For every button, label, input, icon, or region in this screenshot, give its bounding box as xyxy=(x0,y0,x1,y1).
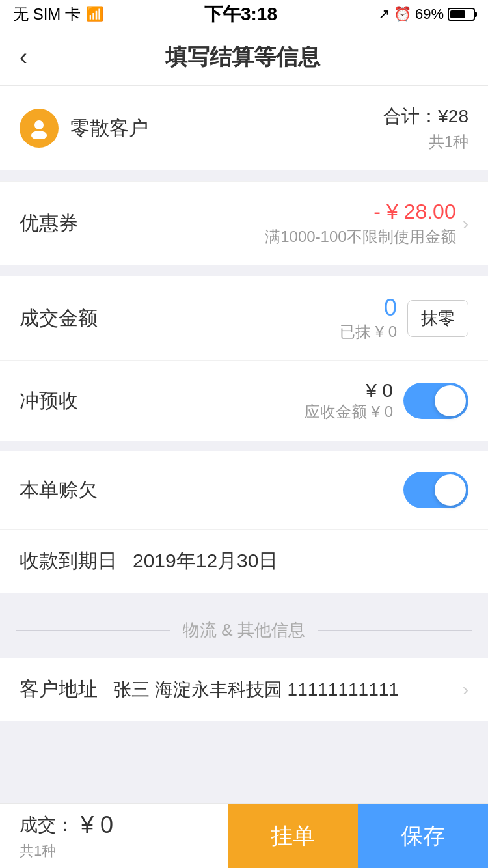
debt-section: 本单赊欠 收款到期日 2019年12月30日 xyxy=(0,451,488,593)
section-separator-1 xyxy=(0,265,488,276)
advance-label: 冲预收 xyxy=(20,388,78,414)
sim-label: 无 SIM 卡 xyxy=(13,4,81,25)
logistics-divider-section: 物流 & 其他信息 xyxy=(0,603,488,657)
advance-receivable: 应收金额 ¥ 0 xyxy=(305,401,393,422)
bottom-deal-label: 成交： xyxy=(20,813,74,837)
bottom-bar: 成交： ¥ 0 共1种 挂单 保存 xyxy=(0,803,488,868)
logistics-divider-left xyxy=(16,630,170,631)
total-amount: 合计：¥28 xyxy=(383,104,468,129)
duedate-row: 收款到期日 2019年12月30日 xyxy=(0,529,488,593)
toggle-knob xyxy=(435,385,466,416)
deal-amount-section: 成交金额 已抹 ¥ 0 抹零 冲预收 ¥ 0 应收金额 ¥ 0 xyxy=(0,276,488,441)
pending-button[interactable]: 挂单 xyxy=(228,804,358,869)
bottom-count: 共1种 xyxy=(20,841,208,861)
customer-total: 合计：¥28 共1种 xyxy=(383,104,468,152)
deal-amount-col: 已抹 ¥ 0 xyxy=(105,294,397,342)
advance-toggle[interactable] xyxy=(403,383,468,419)
status-left: 无 SIM 卡 📶 xyxy=(13,4,103,25)
save-button[interactable]: 保存 xyxy=(358,804,488,869)
debt-row: 本单赊欠 xyxy=(0,451,488,529)
alarm-icon: ⏰ xyxy=(394,6,411,23)
deal-amount-row: 成交金额 已抹 ¥ 0 抹零 xyxy=(0,276,488,361)
deal-amount-right: 已抹 ¥ 0 抹零 xyxy=(105,294,468,342)
deal-amount-input[interactable] xyxy=(105,294,397,321)
advance-amount: ¥ 0 xyxy=(305,379,393,401)
bottom-deal-row: 成交： ¥ 0 xyxy=(20,811,208,839)
deal-amount-label: 成交金额 xyxy=(20,305,98,332)
status-bar: 无 SIM 卡 📶 下午3:18 ↗ ⏰ 69% xyxy=(0,0,488,29)
bottom-summary: 成交： ¥ 0 共1种 xyxy=(0,811,228,861)
address-value: 张三 海淀永丰科技园 11111111111 xyxy=(113,677,463,702)
battery-percent: 69% xyxy=(415,6,444,23)
address-label: 客户地址 xyxy=(20,676,98,703)
coupon-description: 满1000-100不限制使用金额 xyxy=(265,226,455,247)
coupon-row[interactable]: 优惠券 - ¥ 28.00 满1000-100不限制使用金额 › xyxy=(0,181,488,265)
customer-row: 零散客户 合计：¥28 共1种 xyxy=(0,86,488,170)
chevron-right-icon: › xyxy=(463,213,468,234)
status-time: 下午3:18 xyxy=(204,2,277,27)
status-right: ↗ ⏰ 69% xyxy=(378,6,475,23)
address-chevron-icon: › xyxy=(463,679,468,700)
deal-amount-sub: 已抹 ¥ 0 xyxy=(105,321,397,342)
address-row[interactable]: 客户地址 张三 海淀永丰科技园 11111111111 › xyxy=(0,658,488,721)
logistics-divider-right xyxy=(318,630,472,631)
advance-row: 冲预收 ¥ 0 应收金额 ¥ 0 xyxy=(0,361,488,441)
location-icon: ↗ xyxy=(378,6,390,23)
svg-point-1 xyxy=(31,131,47,139)
debt-toggle[interactable] xyxy=(403,472,468,508)
customer-info: 零散客户 xyxy=(20,109,148,148)
battery-icon xyxy=(448,8,475,21)
section-separator-2 xyxy=(0,441,488,451)
svg-point-0 xyxy=(34,120,44,129)
page-title: 填写结算等信息 xyxy=(40,42,445,72)
content: 零散客户 合计：¥28 共1种 优惠券 - ¥ 28.00 满1000-100不… xyxy=(0,86,488,799)
duedate-value: 2019年12月30日 xyxy=(133,548,278,575)
coupon-right: - ¥ 28.00 满1000-100不限制使用金额 › xyxy=(265,200,468,247)
total-count: 共1种 xyxy=(383,131,468,152)
back-button[interactable]: ‹ xyxy=(20,44,27,71)
advance-right: ¥ 0 应收金额 ¥ 0 xyxy=(305,379,468,422)
advance-amount-col: ¥ 0 应收金额 ¥ 0 xyxy=(305,379,393,422)
bottom-deal-amount: ¥ 0 xyxy=(81,811,113,839)
wifi-icon: 📶 xyxy=(86,6,103,23)
customer-name: 零散客户 xyxy=(70,115,148,142)
nav-bar: ‹ 填写结算等信息 xyxy=(0,29,488,86)
round-zero-button[interactable]: 抹零 xyxy=(407,300,468,337)
coupon-label: 优惠券 xyxy=(20,210,78,237)
coupon-info: - ¥ 28.00 满1000-100不限制使用金额 xyxy=(265,200,455,247)
debt-label: 本单赊欠 xyxy=(20,477,98,504)
coupon-discount: - ¥ 28.00 xyxy=(265,200,455,224)
duedate-label: 收款到期日 xyxy=(20,548,117,575)
avatar xyxy=(20,109,59,148)
debt-toggle-knob xyxy=(435,474,466,506)
logistics-label: 物流 & 其他信息 xyxy=(170,619,318,642)
